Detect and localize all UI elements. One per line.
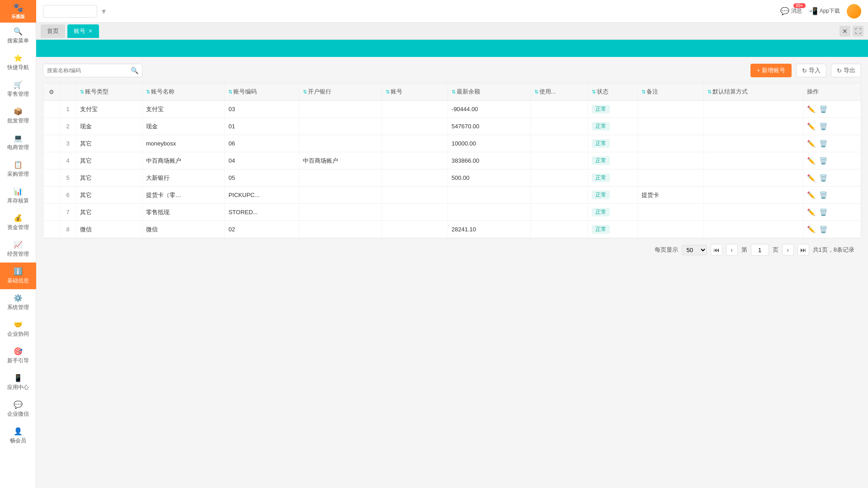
export-button[interactable]: ↻ 导出 — [831, 64, 861, 77]
tab-close-icon[interactable]: ✕ — [88, 28, 93, 34]
action-buttons: ✏️ 🗑️ — [807, 122, 857, 131]
sidebar-item-ecommerce-mgmt[interactable]: 💻 电商管理 — [0, 129, 36, 156]
sidebar-item-new-guide[interactable]: 🎯 新手引导 — [0, 343, 36, 369]
col-usage[interactable]: ⇅使用... — [530, 83, 588, 101]
delete-button[interactable]: 🗑️ — [819, 105, 828, 113]
import-label: 导入 — [809, 66, 821, 75]
topbar-left: ▾ — [43, 5, 106, 18]
row-latest-balance: -90444.00 — [448, 101, 530, 118]
pagination: 每页显示 20 50 100 ⏮ ‹ 第 页 › ⏭ 共1页，8条记录 — [43, 239, 861, 261]
app-logo[interactable]: 🐾 乐惠版 — [0, 0, 36, 23]
sidebar-item-capital-mgmt[interactable]: 💰 资金管理 — [0, 209, 36, 236]
row-account-name: 现金 — [142, 118, 225, 135]
row-actions: ✏️ 🗑️ — [803, 204, 861, 221]
last-page-button[interactable]: ⏭ — [797, 244, 809, 256]
wechat-icon: 💬 — [14, 400, 23, 409]
col-bank[interactable]: ⇅开户银行 — [299, 83, 382, 101]
import-button[interactable]: ↻ 导入 — [796, 64, 826, 77]
col-latest-balance[interactable]: ⇅最新余额 — [448, 83, 530, 101]
tab-expand-button[interactable]: ⛶ — [853, 26, 863, 37]
table-row: 2 现金 现金 01 547670.00 正常 ✏️ 🗑️ — [43, 118, 861, 135]
row-account-no — [382, 118, 448, 135]
col-settings[interactable]: ⚙ — [43, 83, 60, 101]
delete-button[interactable]: 🗑️ — [819, 122, 828, 131]
row-status: 正常 — [588, 169, 638, 187]
sidebar-item-members[interactable]: 👤 畅会员 — [0, 422, 36, 449]
sidebar-item-label: 搜索菜单 — [7, 37, 29, 45]
next-page-button[interactable]: › — [782, 244, 794, 256]
sidebar-item-purchase-mgmt[interactable]: 📋 采购管理 — [0, 156, 36, 183]
topbar-dropdown-icon[interactable]: ▾ — [102, 6, 106, 16]
message-icon: 💬 — [780, 7, 789, 15]
sidebar-item-search-menu[interactable]: 🔍 搜索菜单 — [0, 23, 36, 49]
col-account-type[interactable]: ⇅账号类型 — [76, 83, 142, 101]
row-usage — [530, 169, 588, 187]
edit-button[interactable]: ✏️ — [807, 105, 816, 113]
tab-home[interactable]: 首页 — [41, 24, 65, 38]
row-usage — [530, 118, 588, 135]
sidebar-item-label: 批发管理 — [7, 117, 29, 125]
edit-button[interactable]: ✏️ — [807, 191, 816, 199]
add-account-label: + 新增账号 — [757, 66, 785, 75]
action-buttons: ✏️ 🗑️ — [807, 105, 857, 113]
sidebar-item-retail-mgmt[interactable]: 🛒 零售管理 — [0, 76, 36, 103]
app-download-button[interactable]: 📲 App下载 — [809, 7, 840, 15]
edit-button[interactable]: ✏️ — [807, 122, 816, 131]
sidebar-item-app-center[interactable]: 📱 应用中心 — [0, 369, 36, 396]
first-page-button[interactable]: ⏮ — [711, 244, 722, 256]
edit-button[interactable]: ✏️ — [807, 174, 816, 182]
sidebar-item-basic-info[interactable]: ℹ️ 基础信息 — [0, 263, 36, 289]
search-icon[interactable]: 🔍 — [131, 67, 138, 74]
row-status: 正常 — [588, 101, 638, 118]
edit-button[interactable]: ✏️ — [807, 157, 816, 165]
edit-button[interactable]: ✏️ — [807, 208, 816, 216]
tab-accounts[interactable]: 账号 ✕ — [67, 24, 99, 38]
table: ⚙ ⇅账号类型 ⇅账号名称 ⇅账号编码 ⇅开户银行 ⇅账号 ⇅最新余额 ⇅使用.… — [43, 83, 861, 238]
col-account-no[interactable]: ⇅账号 — [382, 83, 448, 101]
sidebar-item-label: 畅会员 — [10, 437, 26, 445]
user-avatar[interactable] — [847, 4, 861, 19]
search-input[interactable] — [47, 67, 131, 74]
sidebar-item-operations-mgmt[interactable]: 📈 经营管理 — [0, 236, 36, 263]
sidebar-item-enterprise-wechat[interactable]: 💬 企业微信 — [0, 396, 36, 422]
tab-minimize-button[interactable]: ✕ — [840, 26, 850, 37]
add-account-button[interactable]: + 新增账号 — [750, 64, 792, 77]
action-buttons: ✏️ 🗑️ — [807, 225, 857, 234]
col-status[interactable]: ⇅状态 — [588, 83, 638, 101]
page-size-select[interactable]: 20 50 100 — [682, 245, 707, 255]
delete-button[interactable]: 🗑️ — [819, 225, 828, 234]
sidebar-item-label: 电商管理 — [7, 144, 29, 151]
prev-page-button[interactable]: ‹ — [726, 244, 738, 256]
row-account-no — [382, 221, 448, 238]
topbar-search-input[interactable] — [43, 5, 97, 18]
status-badge: 正常 — [592, 122, 610, 131]
row-default-settlement — [704, 169, 803, 187]
col-account-code[interactable]: ⇅账号编码 — [225, 83, 299, 101]
sidebar-item-inventory[interactable]: 📊 库存核算 — [0, 183, 36, 209]
toolbar-right: + 新增账号 ↻ 导入 ↻ 导出 — [750, 64, 861, 77]
sidebar-item-quick-nav[interactable]: ⭐ 快捷导航 — [0, 49, 36, 76]
delete-button[interactable]: 🗑️ — [819, 208, 828, 216]
delete-button[interactable]: 🗑️ — [819, 157, 828, 165]
row-latest-balance: 383866.00 — [448, 152, 530, 169]
row-actions: ✏️ 🗑️ — [803, 152, 861, 169]
delete-button[interactable]: 🗑️ — [819, 174, 828, 182]
col-default-settlement[interactable]: ⇅默认结算方式 — [704, 83, 803, 101]
delete-button[interactable]: 🗑️ — [819, 191, 828, 199]
messages-button[interactable]: 💬 消息 99+ — [780, 7, 802, 15]
col-remark[interactable]: ⇅备注 — [638, 83, 704, 101]
sidebar-item-wholesale-mgmt[interactable]: 📦 批发管理 — [0, 103, 36, 129]
action-buttons: ✏️ 🗑️ — [807, 191, 857, 199]
edit-button[interactable]: ✏️ — [807, 225, 816, 234]
current-page-input[interactable] — [751, 244, 769, 256]
edit-button[interactable]: ✏️ — [807, 140, 816, 148]
content-area: 🔍 + 新增账号 ↻ 导入 ↻ 导出 — [36, 57, 868, 488]
page-label-after: 页 — [773, 246, 778, 254]
row-account-type: 其它 — [76, 152, 142, 169]
sidebar-item-system-mgmt[interactable]: ⚙️ 系统管理 — [0, 289, 36, 316]
row-usage — [530, 187, 588, 204]
action-buttons: ✏️ 🗑️ — [807, 140, 857, 148]
col-account-name[interactable]: ⇅账号名称 — [142, 83, 225, 101]
sidebar-item-enterprise-agreement[interactable]: 🤝 企业协同 — [0, 316, 36, 343]
delete-button[interactable]: 🗑️ — [819, 140, 828, 148]
